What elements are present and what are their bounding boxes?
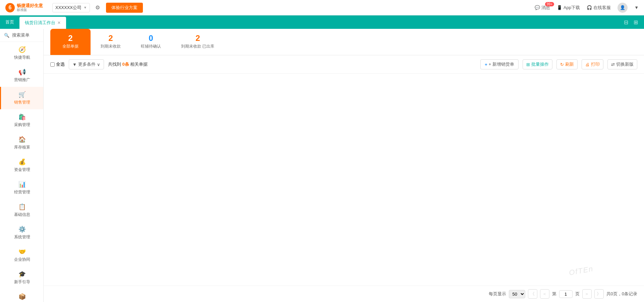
page-size-label: 每页显示	[489, 291, 506, 297]
inventory-icon: 🏠	[18, 136, 26, 143]
sidebar-label-system: 系统管理	[14, 234, 30, 240]
sidebar-item-app-center[interactable]: 📦 应用中心	[0, 289, 43, 302]
stat-label-shipped: 到期未收款 已出库	[181, 44, 214, 49]
stat-tab-overdue[interactable]: 2 到期未收款	[91, 29, 131, 55]
sidebar-item-finance[interactable]: 💰 资金管理	[0, 154, 43, 177]
sales-icon: 🛒	[18, 91, 26, 98]
sidebar-label-operations: 经营管理	[14, 189, 30, 195]
toolbar-right: + + 新增销货单 ⊞ 批量操作 ↻ 刷新 🖨 打印 ⇄ 切换新版	[480, 59, 637, 69]
sidebar-label-cooperation: 企业协同	[14, 257, 30, 262]
avatar-icon: 👤	[620, 5, 625, 10]
sidebar-item-cooperation[interactable]: 🤝 企业协同	[0, 244, 43, 266]
sidebar-item-purchase[interactable]: 🛍️ 采购管理	[0, 109, 43, 132]
service-icon: 🎧	[587, 5, 592, 10]
settings-icon[interactable]: ⚙	[93, 3, 103, 13]
top-header: 6 畅捷通好生意 标准版 XXXXXX公司 ▼ ⚙ 体验行业方案 💬 消息 99…	[0, 0, 644, 15]
trial-button[interactable]: 体验行业方案	[106, 3, 143, 13]
sidebar-label-sales: 销售管理	[14, 100, 30, 105]
first-page-button[interactable]: 《	[528, 289, 537, 299]
sidebar-label-guide: 新手引导	[14, 279, 30, 285]
filter-icon: ▼	[72, 62, 77, 67]
switch-icon: ⇄	[611, 62, 615, 67]
operations-icon: 📊	[18, 181, 26, 188]
avatar[interactable]: 👤	[618, 3, 628, 13]
select-all-checkbox[interactable]: 全选	[50, 61, 65, 67]
sidebar-item-system[interactable]: ⚙️ 系统管理	[0, 222, 43, 244]
sidebar: 🔍 搜索菜单 🧭 快捷导航 📢 营销推广 🛒 销售管理 🛍️ 采购管理 🏠 库存…	[0, 29, 44, 302]
tab-home-label: 首页	[5, 19, 14, 25]
content-area: 2 全部单据 2 到期未收款 0 旺辅待确认 2 到期未收款 已出库 全选	[44, 29, 644, 302]
sidebar-item-inventory[interactable]: 🏠 库存核算	[0, 132, 43, 154]
navigation-icon: 🧭	[18, 46, 26, 53]
sidebar-item-sales[interactable]: 🛒 销售管理	[0, 87, 43, 109]
switch-version-button[interactable]: ⇄ 切换新版	[607, 59, 637, 69]
filter-label: 更多条件	[78, 61, 96, 67]
logo-text: 畅捷通好生意 标准版	[17, 3, 43, 12]
sidebar-item-basic-info[interactable]: 📋 基础信息	[0, 199, 43, 222]
filter-button[interactable]: ▼ 更多条件 ∨	[69, 59, 104, 69]
add-label: + 新增销货单	[489, 61, 514, 67]
found-suffix: 相关单据	[130, 62, 148, 67]
stat-tab-all[interactable]: 2 全部单据	[50, 29, 91, 55]
logo-main: 畅捷通好生意	[17, 3, 43, 8]
select-all-input[interactable]	[50, 62, 55, 67]
stat-tab-shipped[interactable]: 2 到期未收款 已出库	[171, 29, 224, 55]
search-icon: 🔍	[4, 33, 9, 38]
service-label: 在线客服	[593, 5, 611, 11]
page-suffix: 页	[575, 291, 580, 297]
service-button[interactable]: 🎧 在线客服	[587, 5, 611, 11]
page-prefix: 第	[552, 291, 556, 297]
last-page-button[interactable]: 》	[594, 289, 604, 299]
app-download-button[interactable]: 📱 App下载	[557, 5, 580, 11]
tab-work[interactable]: 钱货日清工作台 ✕	[19, 17, 66, 29]
select-all-label: 全选	[56, 61, 65, 67]
sidebar-item-guide[interactable]: 🎓 新手引导	[0, 266, 43, 289]
stat-tab-pending[interactable]: 0 旺辅待确认	[131, 29, 171, 55]
plus-icon: +	[485, 62, 487, 67]
sidebar-label-basic-info: 基础信息	[14, 212, 30, 218]
batch-icon: ⊞	[526, 62, 530, 67]
message-button[interactable]: 💬 消息 99+	[535, 5, 550, 11]
purchase-icon: 🛍️	[18, 113, 26, 121]
app-label: App下载	[564, 5, 580, 11]
toolbar-left: 全选 ▼ 更多条件 ∨ 共找到 0条 相关单据	[50, 59, 476, 69]
sidebar-item-navigation[interactable]: 🧭 快捷导航	[0, 42, 43, 64]
page-number-input[interactable]	[559, 290, 573, 298]
tab-bar: 首页 钱货日清工作台 ✕ ⊟ ⊞	[0, 15, 644, 29]
sidebar-item-marketing[interactable]: 📢 营销推广	[0, 64, 43, 87]
prev-page-button[interactable]: ＜	[540, 289, 549, 299]
sidebar-label-finance: 资金管理	[14, 167, 30, 173]
print-button[interactable]: 🖨 打印	[582, 59, 603, 69]
add-sales-order-button[interactable]: + + 新增销货单	[480, 59, 519, 69]
stat-label-pending: 旺辅待确认	[141, 44, 161, 49]
sidebar-search[interactable]: 🔍 搜索菜单	[0, 29, 43, 42]
system-icon: ⚙️	[18, 226, 26, 233]
chevron-down-icon: ▼	[84, 6, 87, 9]
refresh-label: 刷新	[565, 61, 574, 67]
tab-bar-right: ⊟ ⊞	[621, 19, 644, 25]
guide-icon: 🎓	[18, 270, 26, 278]
stat-num-overdue: 2	[108, 34, 113, 43]
tab-home[interactable]: 首页	[0, 15, 19, 29]
next-page-button[interactable]: ＞	[582, 289, 592, 299]
batch-operation-button[interactable]: ⊞ 批量操作	[523, 59, 552, 69]
stat-num-shipped: 2	[196, 34, 200, 43]
message-icon: 💬	[535, 5, 540, 10]
company-selector[interactable]: XXXXXX公司 ▼	[52, 3, 90, 12]
sidebar-label-inventory: 库存核算	[14, 144, 30, 150]
toolbar: 全选 ▼ 更多条件 ∨ 共找到 0条 相关单据 + + 新增销货单	[44, 55, 644, 74]
tab-close-icon[interactable]: ✕	[57, 20, 61, 25]
sidebar-item-operations[interactable]: 📊 经营管理	[0, 177, 43, 199]
stat-num-pending: 0	[149, 34, 153, 43]
batch-label: 批量操作	[531, 61, 549, 67]
header-right: 💬 消息 99+ 📱 App下载 🎧 在线客服 👤 ▼	[535, 3, 639, 13]
logo-icon: 6	[5, 3, 15, 12]
tab-minimize-icon[interactable]: ⊟	[621, 19, 631, 25]
stat-label-all: 全部单据	[62, 44, 78, 49]
total-records: 共0页，0条记录	[606, 291, 637, 297]
tab-expand-icon[interactable]: ⊞	[631, 19, 641, 25]
refresh-icon: ↻	[560, 62, 564, 67]
user-name[interactable]: ▼	[634, 5, 639, 10]
refresh-button[interactable]: ↻ 刷新	[556, 59, 578, 69]
page-size-select[interactable]: 50	[509, 290, 525, 298]
